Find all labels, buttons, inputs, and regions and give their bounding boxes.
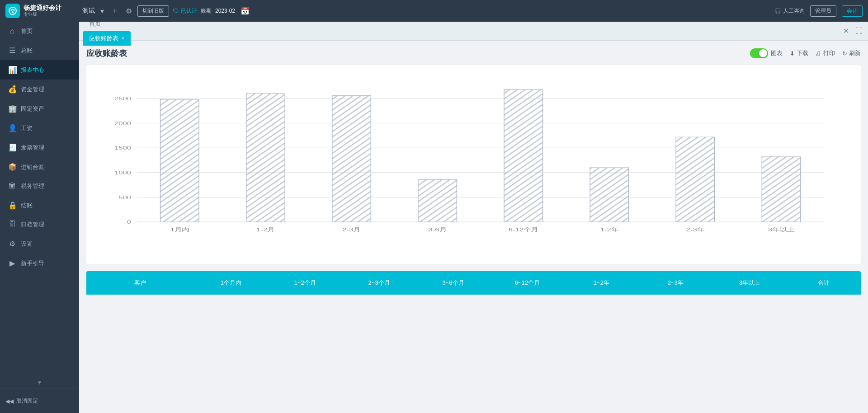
app-name: 畅捷通好会计 (24, 4, 61, 12)
workspace-area: 测试 ▾ ＋ ⚙ 切到旧版 🛡 已认证 账期 2023-02 📅 (82, 5, 770, 18)
sidebar-scroll: ⌂ 首页 ☰ 总账 📊 报表中心 💰 资金管理 🏢 固定资产 👤 工资 🧾 发票… (0, 22, 79, 376)
bar-1-2月[interactable] (246, 94, 285, 222)
chart-toggle-wrap: 图表 (750, 48, 783, 58)
user-btn[interactable]: 管理员 (810, 5, 836, 17)
period-value: 2023-02 (215, 8, 235, 14)
close-tab-btn[interactable]: ✕ (841, 25, 851, 37)
consult-btn[interactable]: 🎧 人工咨询 (774, 7, 805, 15)
sidebar-item-reports[interactable]: 📊 报表中心 (0, 60, 79, 80)
content-area: 首页应收账龄表× ✕ ⛶ 应收账龄表 图表 ⬇ (79, 22, 868, 413)
sidebar: ⌂ 首页 ☰ 总账 📊 报表中心 💰 资金管理 🏢 固定资产 👤 工资 🧾 发票… (0, 22, 79, 413)
svg-point-1 (12, 11, 14, 13)
sidebar-label-invoice: 发票管理 (21, 144, 44, 152)
page-title: 应收账龄表 (86, 48, 127, 59)
cancel-fixed-btn[interactable]: ◀◀ 取消固定 (0, 394, 79, 408)
workspace-name: 测试 (82, 7, 95, 15)
toolbar-right: 图表 ⬇ 下载 🖨 打印 ↻ 刷新 (750, 48, 861, 58)
bar-chart: 050010001500200025001月内1-2月2-3月3-6月6-12个… (95, 74, 852, 246)
sidebar-item-assets[interactable]: 🏢 固定资产 (0, 99, 79, 118)
main-layout: ⌂ 首页 ☰ 总账 📊 报表中心 💰 资金管理 🏢 固定资产 👤 工资 🧾 发票… (0, 22, 868, 413)
chart-inner: 050010001500200025001月内1-2月2-3月3-6月6-12个… (95, 74, 852, 246)
svg-text:3年以上: 3年以上 (768, 227, 794, 233)
sidebar-label-reports: 报表中心 (21, 66, 44, 74)
sidebar-item-close[interactable]: 🔒 结账 (0, 196, 79, 215)
sidebar-icon-ledger: ☰ (8, 46, 16, 55)
download-btn[interactable]: ⬇ 下载 (790, 49, 808, 57)
add-workspace-btn[interactable]: ＋ (109, 5, 120, 18)
pin-icon: ◀◀ (5, 398, 14, 404)
table-header: 客户1个月内1~2个月2~3个月3~6个月6~12个月1~2年2~3年3年以上合… (86, 271, 861, 295)
bar-2-3年[interactable] (676, 137, 715, 222)
sidebar-label-settings: 设置 (21, 240, 33, 248)
sidebar-label-salary: 工资 (21, 124, 33, 132)
sidebar-item-guide[interactable]: ▶ 新手引导 (0, 253, 79, 273)
sidebar-item-salary[interactable]: 👤 工资 (0, 118, 79, 138)
page-content: 应收账龄表 图表 ⬇ 下载 🖨 打印 (79, 41, 868, 413)
top-header: 畅捷通好会计 专业版 测试 ▾ ＋ ⚙ 切到旧版 🛡 已认证 账期 2023-0… (0, 0, 868, 22)
sidebar-icon-salary: 👤 (8, 124, 16, 132)
bar-6-12个月[interactable] (504, 89, 543, 222)
sidebar-item-home[interactable]: ⌂ 首页 (0, 22, 79, 41)
print-btn[interactable]: 🖨 打印 (816, 49, 835, 57)
scroll-down-arrow[interactable]: ▼ (0, 376, 79, 389)
svg-text:2-3年: 2-3年 (686, 227, 704, 233)
sidebar-label-tax: 税务管理 (21, 182, 44, 190)
th-6~12个月: 6~12个月 (490, 279, 564, 287)
svg-text:1500: 1500 (114, 145, 131, 151)
bar-1-2年[interactable] (590, 168, 629, 222)
bar-3-6月[interactable] (418, 179, 457, 222)
sidebar-icon-settings: ⚙ (8, 239, 16, 248)
sidebar-label-assets: 固定资产 (21, 105, 44, 113)
sidebar-icon-archive: 🗄 (8, 221, 16, 229)
sidebar-icon-invoice: 🧾 (8, 143, 16, 152)
svg-text:3-6月: 3-6月 (428, 227, 446, 233)
sidebar-item-tax[interactable]: 🏛 税务管理 (0, 177, 79, 196)
settings-btn[interactable]: ⚙ (124, 5, 134, 17)
tab-home[interactable]: 首页 (83, 22, 131, 31)
sidebar-item-settings[interactable]: ⚙ 设置 (0, 234, 79, 253)
th-1~2个月: 1~2个月 (268, 279, 342, 287)
expand-btn[interactable]: ⛶ (854, 25, 864, 37)
svg-text:0: 0 (127, 219, 131, 225)
th-1个月内: 1个月内 (194, 279, 268, 287)
th-3~6个月: 3~6个月 (416, 279, 491, 287)
header-right: 🎧 人工咨询 管理员 会计 (774, 5, 863, 17)
svg-text:1000: 1000 (114, 170, 131, 176)
shield-icon: 🛡 (173, 7, 179, 14)
headset-icon: 🎧 (774, 8, 781, 14)
toggle-knob (759, 49, 767, 57)
sidebar-icon-close: 🔒 (8, 201, 16, 210)
sidebar-bottom: ◀◀ 取消固定 (0, 389, 79, 413)
sidebar-icon-assets: 🏢 (8, 104, 16, 113)
sidebar-item-capital[interactable]: 💰 资金管理 (0, 80, 79, 99)
accountant-btn[interactable]: 会计 (842, 5, 863, 17)
sidebar-label-archive: 归档管理 (21, 221, 44, 229)
app-edition: 专业版 (24, 11, 61, 18)
sidebar-label-home: 首页 (21, 27, 33, 35)
app-logo-icon (5, 4, 20, 18)
sidebar-item-archive[interactable]: 🗄 归档管理 (0, 215, 79, 234)
tab-bar: 首页应收账龄表× ✕ ⛶ (79, 22, 868, 41)
sidebar-item-ledger[interactable]: ☰ 总账 (0, 41, 79, 60)
refresh-btn[interactable]: ↻ 刷新 (842, 49, 861, 57)
svg-text:500: 500 (118, 194, 131, 200)
bar-1月内[interactable] (160, 99, 199, 222)
th-3年以上: 3年以上 (712, 279, 787, 287)
workspace-dropdown-btn[interactable]: ▾ (99, 5, 106, 17)
svg-text:1-2年: 1-2年 (600, 227, 618, 233)
cert-badge: 🛡 已认证 (173, 7, 197, 15)
tab-bar-right: ✕ ⛶ (841, 25, 864, 37)
bar-3年以上[interactable] (762, 157, 801, 222)
refresh-icon: ↻ (842, 50, 847, 57)
sidebar-item-sales[interactable]: 📦 进销台账 (0, 157, 79, 177)
svg-text:2500: 2500 (114, 96, 131, 102)
old-version-btn[interactable]: 切到旧版 (137, 5, 169, 17)
th-合计: 合计 (787, 279, 861, 287)
calendar-icon[interactable]: 📅 (239, 5, 251, 17)
bar-2-3月[interactable] (332, 95, 371, 222)
download-icon: ⬇ (790, 50, 795, 57)
sidebar-item-invoice[interactable]: 🧾 发票管理 (0, 138, 79, 157)
svg-text:2-3月: 2-3月 (342, 227, 360, 233)
sidebar-icon-tax: 🏛 (8, 182, 16, 190)
chart-toggle[interactable] (750, 48, 768, 58)
